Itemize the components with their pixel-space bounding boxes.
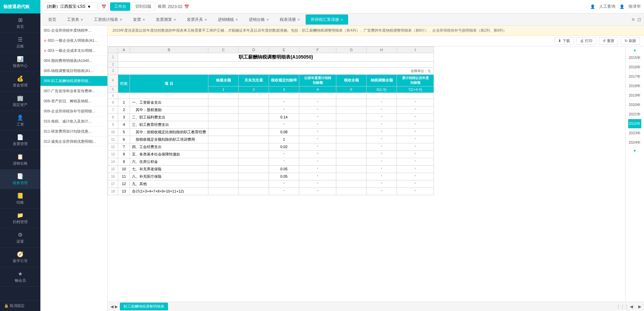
cell-r15-c4[interactable] bbox=[239, 165, 269, 173]
cell-r8-c9[interactable]: * bbox=[397, 113, 434, 121]
cell-r12-c6[interactable]: * bbox=[299, 143, 336, 150]
cell-r10-c3[interactable] bbox=[208, 128, 239, 136]
year-item-2018年[interactable]: 2018年 bbox=[628, 81, 641, 91]
workspace-button[interactable]: 工作台 bbox=[110, 2, 130, 11]
year-item-2022年[interactable]: 2022年 bbox=[628, 119, 641, 129]
cell-r16-c3[interactable] bbox=[208, 173, 239, 180]
cell-r13-c4[interactable] bbox=[239, 150, 269, 158]
spreadsheet-container[interactable]: A B C D E F G H I bbox=[108, 46, 625, 302]
cell-r9-c8[interactable]: * bbox=[367, 121, 397, 128]
cell-r10-c9[interactable]: * bbox=[397, 128, 434, 136]
year-item-2016年[interactable]: 2016年 bbox=[628, 63, 641, 72]
sidebar-item-13[interactable]: ★畅会员 bbox=[0, 267, 40, 287]
cell-r13-c7[interactable] bbox=[336, 150, 367, 158]
cell-r11-c3[interactable] bbox=[208, 136, 239, 143]
cell-r15-c9[interactable]: * bbox=[397, 165, 434, 173]
cell-r17-c9[interactable]: * bbox=[397, 180, 434, 187]
cell-r17-c5[interactable]: * bbox=[269, 180, 299, 187]
cell-r6-c4[interactable] bbox=[239, 99, 269, 106]
report-item-010[interactable]: 010-免税、减计收入及加计... bbox=[40, 116, 107, 127]
report-item-002[interactable]: ⊗002-一般企业收入明细表(A1... bbox=[40, 36, 107, 46]
sidebar-item-7[interactable]: 📋进销台账 bbox=[0, 150, 40, 170]
cell-r12-c8[interactable]: * bbox=[367, 143, 397, 150]
report-item-008[interactable]: 008-资产折旧、摊销及纳税... bbox=[40, 96, 107, 106]
print-button[interactable]: 🖨 打印 bbox=[576, 37, 596, 45]
tab-close-5[interactable]: ✕ bbox=[204, 18, 207, 22]
cell-r10-c7[interactable] bbox=[336, 128, 367, 136]
cell-r13-c3[interactable] bbox=[208, 150, 239, 158]
tab-5[interactable]: 发票开具✕ bbox=[182, 14, 212, 25]
cell-r6-c5[interactable]: * bbox=[269, 99, 299, 106]
cell-r16-c8[interactable]: * bbox=[367, 173, 397, 180]
switch-old-button[interactable]: 切到旧版 bbox=[132, 2, 155, 11]
tab-4[interactable]: 发票测算✕ bbox=[151, 14, 181, 25]
report-item-006[interactable]: 006-职工薪酬纳税调整明细... bbox=[40, 76, 107, 86]
sidebar-item-0[interactable]: ⊞首页 bbox=[0, 13, 40, 33]
cell-r7-c6[interactable]: * bbox=[299, 106, 336, 113]
cell-r4-c7[interactable] bbox=[336, 93, 367, 99]
year-up-btn[interactable]: ▲ bbox=[625, 46, 644, 53]
report-item-012[interactable]: 012-减免企业所得税优惠明细(... bbox=[40, 137, 107, 147]
tab-0[interactable]: 首页 bbox=[43, 14, 61, 25]
cell-r10-c5[interactable]: 0.08 bbox=[269, 128, 299, 136]
year-down-btn[interactable]: ▼ bbox=[625, 147, 644, 154]
tab-close-4[interactable]: ✕ bbox=[173, 18, 176, 22]
cell-r10-c6[interactable]: * bbox=[299, 128, 336, 136]
tab-close-1[interactable]: ✕ bbox=[80, 18, 83, 22]
cell-r17-c7[interactable] bbox=[336, 180, 367, 187]
sidebar-item-4[interactable]: 🏢固定资产 bbox=[0, 92, 40, 111]
tab-6[interactable]: 进销稽核✕ bbox=[213, 14, 243, 25]
cell-r14-c8[interactable]: * bbox=[367, 158, 397, 165]
cell-r15-c8[interactable]: * bbox=[367, 165, 397, 173]
sidebar-item-12[interactable]: 🧭新手引导 bbox=[0, 248, 40, 267]
cell-r17-c4[interactable] bbox=[239, 180, 269, 187]
service-label[interactable]: 人工客询 bbox=[599, 4, 615, 9]
tab-9[interactable]: 所得税汇算清缴✕ bbox=[306, 14, 348, 25]
sidebar-cancel-fixed[interactable]: 🔒 取消固定 bbox=[0, 301, 40, 311]
tab-1[interactable]: 工资表✕ bbox=[62, 14, 88, 25]
cell-r11-c4[interactable] bbox=[239, 136, 269, 143]
cell-r9-c6[interactable]: * bbox=[299, 121, 336, 128]
sheet-options-icon[interactable]: ⋮⋮⋮ bbox=[616, 304, 629, 309]
sidebar-item-3[interactable]: 💰资金管理 bbox=[0, 72, 40, 92]
cell-r16-c5[interactable]: 0.05 bbox=[269, 173, 299, 180]
year-item-2023年[interactable]: 2023年 bbox=[628, 129, 641, 138]
cell-r18-c3[interactable] bbox=[208, 187, 239, 195]
cell-r7-c8[interactable]: * bbox=[367, 106, 397, 113]
cell-r6-c7[interactable] bbox=[336, 99, 367, 106]
cell-r10-c4[interactable] bbox=[239, 128, 269, 136]
cell-r16-c6[interactable]: * bbox=[299, 173, 336, 180]
cell-r17-c6[interactable]: * bbox=[299, 180, 336, 187]
cell-r18-c9[interactable]: * bbox=[397, 187, 434, 195]
tab-2[interactable]: 工资统计报表✕ bbox=[89, 14, 127, 25]
cell-r13-c6[interactable]: * bbox=[299, 150, 336, 158]
cell-r7-c4[interactable] bbox=[239, 106, 269, 113]
report-item-001[interactable]: 001-企业所得税年度纳税申... bbox=[40, 26, 107, 36]
cell-r9-c4[interactable] bbox=[239, 121, 269, 128]
report-item-009[interactable]: 009-企业所得税弥补亏损明细... bbox=[40, 106, 107, 116]
cell-r8-c3[interactable] bbox=[208, 113, 239, 121]
expand-tabs-btn[interactable]: ⊡ bbox=[637, 17, 641, 22]
tab-close-7[interactable]: ✕ bbox=[266, 18, 269, 22]
cell-r18-c8[interactable]: * bbox=[367, 187, 397, 195]
cell-r13-c9[interactable]: * bbox=[397, 150, 434, 158]
sidebar-item-8[interactable]: 📑税务管理 bbox=[0, 170, 40, 189]
report-item-007[interactable]: 007-广告宣传和业务宣传费神... bbox=[40, 86, 107, 96]
report-item-003[interactable]: ⊗003-一般企业成本支出明细... bbox=[40, 46, 107, 56]
cell-r4-c4[interactable] bbox=[239, 93, 269, 99]
cell-r12-c3[interactable] bbox=[208, 143, 239, 150]
cell-r12-c5[interactable]: 0.02 bbox=[269, 143, 299, 150]
cell-r7-c3[interactable] bbox=[208, 106, 239, 113]
prev-sheet-btn[interactable]: ◀ bbox=[110, 304, 113, 309]
cell-r11-c5[interactable]: 1 bbox=[269, 136, 299, 143]
tab-close-3[interactable]: ✕ bbox=[142, 18, 145, 22]
report-item-004[interactable]: 004-期间费用明细表(A1040... bbox=[40, 56, 107, 66]
year-item-2015年[interactable]: 2015年 bbox=[628, 53, 641, 63]
tab-close-2[interactable]: ✕ bbox=[120, 18, 122, 22]
cell-r8-c7[interactable] bbox=[336, 113, 367, 121]
cell-r14-c4[interactable] bbox=[239, 158, 269, 165]
cell-r12-c7[interactable] bbox=[336, 143, 367, 150]
cell-r14-c9[interactable]: * bbox=[397, 158, 434, 165]
cell-r8-c8[interactable]: * bbox=[367, 113, 397, 121]
cell-r7-c7[interactable] bbox=[336, 106, 367, 113]
